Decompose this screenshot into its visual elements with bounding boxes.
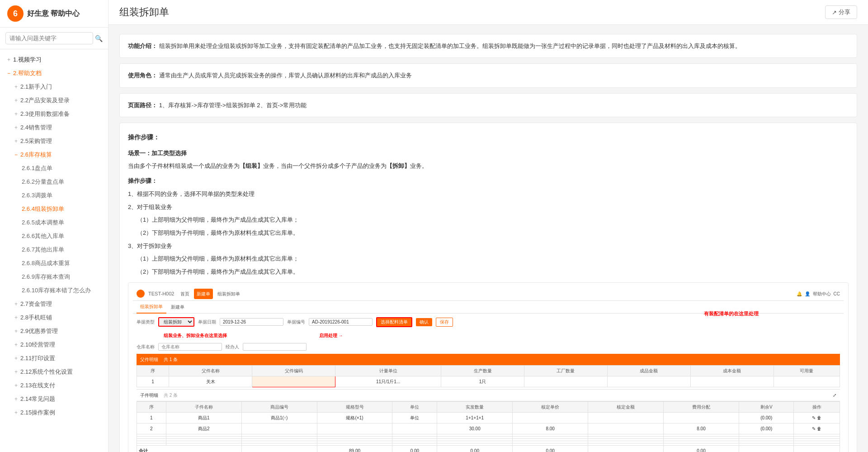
ss-nav-current[interactable]: 组装拆卸单 bbox=[215, 289, 243, 299]
ss-warehouse-label: 仓库名称 bbox=[137, 343, 155, 351]
nav-label: 2.6.9库存账本查询 bbox=[22, 273, 70, 281]
sidebar-item-2-2[interactable]: +2.2产品安装及登录 bbox=[0, 94, 108, 107]
role-block: 使用角色： 通常由生产人员或库管人员完成拆装业务的操作，库管人员确认原材料的出库… bbox=[119, 63, 857, 87]
sidebar-item-2-7[interactable]: +2.7资金管理 bbox=[0, 297, 108, 311]
plus-icon: + bbox=[14, 84, 18, 90]
sidebar-item-2-6-9[interactable]: 2.6.9库存账本查询 bbox=[0, 270, 108, 284]
nav-tree: +1.视频学习−2.帮助文档+2.1新手入门+2.2产品安装及登录+2.3使用前… bbox=[0, 49, 108, 452]
annotation-type-row: 组装业务、拆卸业务在这里选择 启用处理 → bbox=[137, 330, 840, 341]
sidebar-item-2-6-7[interactable]: 2.6.7其他出库单 bbox=[0, 243, 108, 257]
ss-col-unit: 计量单位 bbox=[335, 366, 441, 376]
sidebar-item-2-6-10[interactable]: 2.6.10库存账本错了怎么办 bbox=[0, 284, 108, 297]
sidebar-item-2-13[interactable]: +2.13在线支付 bbox=[0, 379, 108, 392]
ss-save-btn[interactable]: 保存 bbox=[436, 318, 453, 327]
sidebar-item-2-6-2[interactable]: 2.6.2分量盘点单 bbox=[0, 175, 108, 189]
nav-label: 2.6.5成本调整单 bbox=[22, 219, 64, 227]
nav-label: 1.视频学习 bbox=[13, 56, 42, 64]
ss-cell-factory-qty bbox=[524, 376, 607, 387]
ss-nav-new[interactable]: 新建单 bbox=[194, 289, 213, 299]
ss-date-label: 单据日期 bbox=[198, 318, 216, 326]
ss-col-available: 可用量 bbox=[774, 366, 840, 376]
sidebar-item-2-3[interactable]: +2.3使用前数据准备 bbox=[0, 107, 108, 121]
annotation-process: 启用处理 → bbox=[319, 333, 343, 338]
step3-2: （2）下部明细为子件明细，最终作为产成品生成其它入库单。 bbox=[128, 266, 849, 278]
ss-type-select[interactable]: 组装拆卸 bbox=[158, 317, 194, 327]
ss-form-row2: 仓库名称 经办人 bbox=[137, 343, 840, 351]
sidebar-item-2-6[interactable]: −2.6库存核算 bbox=[0, 148, 108, 162]
ss-cell-unit: 11只/1斤1... bbox=[335, 376, 441, 387]
nav-label: 2.1新手入门 bbox=[20, 83, 52, 91]
nav-label: 2.6.3调拨单 bbox=[22, 191, 52, 200]
content-area: 功能介绍： 组装拆卸单用来处理企业组装或拆卸等加工业务，支持有固定装配清单的产品… bbox=[108, 25, 868, 452]
sidebar-item-2-6-5[interactable]: 2.6.5成本调整单 bbox=[0, 216, 108, 229]
sidebar-item-2-6-4[interactable]: 2.6.4组装拆卸单 bbox=[0, 202, 108, 216]
table-row: 1 商品1 商品1(↑) 规格(×1) 单位 1+1+1+1 (0.0 bbox=[137, 413, 840, 423]
ss-subnav-list[interactable]: 新建单 bbox=[167, 301, 188, 313]
scene1-desc: 当由多个子件材料组装成一个成品的业务为【组装】业务，当由一个父件拆分成多个子产品… bbox=[128, 161, 849, 172]
sidebar-item-2-9[interactable]: +2.9优惠券管理 bbox=[0, 324, 108, 338]
ss-b-col-unit: 单位 bbox=[392, 402, 437, 413]
sidebar-item-2-4[interactable]: +2.4销售管理 bbox=[0, 121, 108, 134]
ss-warehouse-input[interactable] bbox=[158, 343, 222, 351]
sidebar-item-2-14[interactable]: +2.14常见问题 bbox=[0, 392, 108, 406]
plus-icon: + bbox=[14, 342, 18, 348]
plus-icon: + bbox=[14, 328, 18, 334]
nav-label: 2.7资金管理 bbox=[20, 300, 52, 308]
search-button[interactable]: 🔍 bbox=[95, 35, 103, 42]
sidebar-item-2-15[interactable]: +2.15操作案例 bbox=[0, 406, 108, 419]
table-row: 1 关木 11只/1斤1... 1只 bbox=[137, 376, 840, 387]
ss-col-cost-amt: 成本金额 bbox=[690, 366, 774, 376]
nav-label: 2.14常见问题 bbox=[20, 395, 55, 403]
ss-cell-parent-name: 关木 bbox=[169, 376, 252, 387]
ss-b-col-amt: 核定金额 bbox=[588, 402, 664, 413]
plus-icon: + bbox=[14, 355, 18, 362]
sidebar-item-1[interactable]: +1.视频学习 bbox=[0, 53, 108, 67]
ss-nav-home[interactable]: 首页 bbox=[178, 289, 192, 299]
ss-subnav-assemble[interactable]: 组装拆卸单 bbox=[137, 300, 166, 314]
ss-b-col-op: 操作 bbox=[794, 402, 840, 413]
sidebar-item-2[interactable]: −2.帮助文档 bbox=[0, 67, 108, 80]
search-input[interactable] bbox=[5, 32, 93, 44]
sidebar-item-2-6-1[interactable]: 2.6.1盘点单 bbox=[0, 162, 108, 175]
ss-col-seq: 序 bbox=[137, 366, 169, 376]
ss-user-icon: 👤 bbox=[805, 290, 810, 298]
ss-choose-btn[interactable]: 选择配料清单 bbox=[376, 317, 412, 327]
share-button[interactable]: ↗ 分享 bbox=[825, 5, 857, 19]
app-title: 好生意 帮助中心 bbox=[27, 9, 80, 19]
ss-staff-input[interactable] bbox=[243, 343, 307, 351]
ss-b-col-price: 核定单价 bbox=[513, 402, 588, 413]
sidebar-item-2-8[interactable]: +2.8手机旺铺 bbox=[0, 311, 108, 324]
ss-b-col-cost: 费用分配 bbox=[664, 402, 739, 413]
ss-date-input[interactable] bbox=[220, 318, 283, 326]
ss-b-col-remain: 剩余V bbox=[739, 402, 794, 413]
path-text: 1、库存核算->库存管理->组装拆卸单 2、首页->常用功能 bbox=[159, 102, 307, 109]
ss-b-col-qty: 实发数量 bbox=[437, 402, 513, 413]
sidebar-item-2-5[interactable]: +2.5采购管理 bbox=[0, 134, 108, 148]
sidebar-item-2-1[interactable]: +2.1新手入门 bbox=[0, 80, 108, 94]
path-block: 页面路径： 1、库存核算->库存管理->组装拆卸单 2、首页->常用功能 bbox=[119, 93, 857, 117]
nav-label: 2.6.6其他入库单 bbox=[22, 232, 64, 240]
ss-bottom-count: 共 2 条 bbox=[164, 391, 178, 400]
sidebar-item-2-11[interactable]: +2.11打印设置 bbox=[0, 352, 108, 365]
ss-expand-icon[interactable]: ⤢ bbox=[833, 391, 836, 400]
steps-title: 操作步骤： bbox=[128, 131, 849, 143]
ss-logo-icon bbox=[137, 290, 145, 298]
app-screenshot: TEST-H002 首页 新建单 组装拆卸单 🔔 👤 帮助中心 CC bbox=[133, 287, 844, 452]
nav-label: 2.帮助文档 bbox=[13, 69, 42, 77]
ss-num-input[interactable] bbox=[309, 318, 373, 326]
search-box[interactable]: 🔍 bbox=[0, 28, 108, 49]
nav-label: 2.6库存核算 bbox=[20, 151, 52, 159]
ss-cell-seq: 1 bbox=[137, 376, 169, 387]
intro-text: 组装拆卸单用来处理企业组装或拆卸等加工业务，支持有固定装配清单的产品加工业务，也… bbox=[159, 43, 741, 49]
page-title: 组装拆卸单 bbox=[119, 5, 169, 19]
sidebar-item-2-6-6[interactable]: 2.6.6其他入库单 bbox=[0, 229, 108, 243]
ss-bottom-section-header: 子件明细 共 2 条 ⤢ bbox=[137, 389, 840, 401]
plus-icon: + bbox=[14, 396, 18, 402]
ss-confirm-btn[interactable]: 确认 bbox=[416, 318, 432, 326]
steps-sub-title: 操作步骤： bbox=[128, 176, 849, 187]
sidebar-item-2-10[interactable]: +2.10经营管理 bbox=[0, 338, 108, 352]
sidebar-item-2-12[interactable]: +2.12系统个性化设置 bbox=[0, 365, 108, 379]
ss-table-footer: 合计 89.00 0.00 0.00 0.00 0.00 bbox=[137, 446, 840, 452]
sidebar-item-2-6-3[interactable]: 2.6.3调拨单 bbox=[0, 189, 108, 202]
sidebar-item-2-6-8[interactable]: 2.6.8商品成本重算 bbox=[0, 257, 108, 270]
